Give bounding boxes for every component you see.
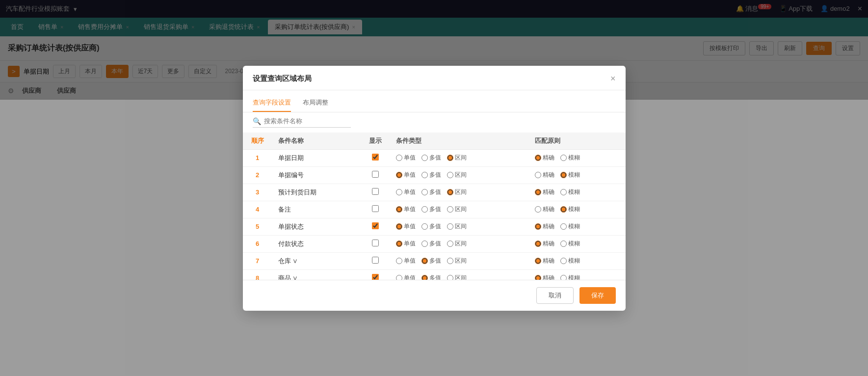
modal-header: 设置查询区域布局 × [243,66,626,90]
tab-layout[interactable]: 布局调整 [303,95,328,100]
modal-tabs: 查询字段设置 布局调整 [243,90,626,100]
tab-query-fields[interactable]: 查询字段设置 [253,95,291,100]
modal-close-button[interactable]: × [610,74,616,84]
modal-title: 设置查询区域布局 [253,74,312,83]
settings-modal: 设置查询区域布局 × 查询字段设置 布局调整 🔍 顺序 条件名称 [243,66,626,100]
modal-backdrop: 设置查询区域布局 × 查询字段设置 布局调整 🔍 顺序 条件名称 [0,0,868,100]
